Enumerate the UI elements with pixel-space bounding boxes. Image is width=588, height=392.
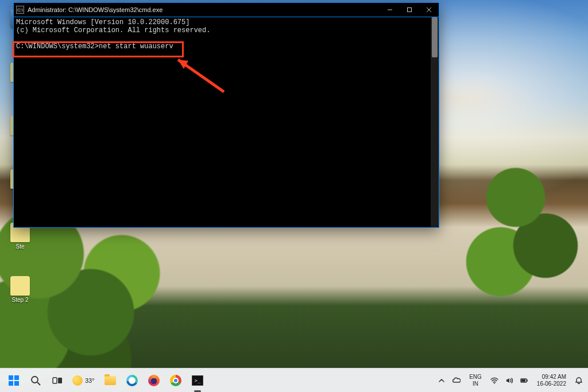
svg-line-11 xyxy=(37,382,40,385)
edge-button[interactable] xyxy=(123,371,141,390)
sun-icon xyxy=(72,375,83,386)
terminal-command: net start wuauserv xyxy=(99,42,173,51)
svg-point-14 xyxy=(494,383,495,384)
svg-rect-16 xyxy=(527,379,528,381)
search-button[interactable] xyxy=(26,371,45,390)
terminal-scrollbar[interactable] xyxy=(431,17,439,227)
language-indicator[interactable]: ENG IN xyxy=(467,372,484,389)
svg-point-10 xyxy=(32,377,38,383)
desktop-icon-step2[interactable]: Step 2 xyxy=(6,276,34,303)
wallpaper-foliage-right xyxy=(456,149,588,310)
clock-time: 09:42 AM xyxy=(537,374,566,381)
desktop: Recy Pe Rece Scie Ste Step 2 C:\ Adminis… xyxy=(0,0,588,392)
chrome-icon xyxy=(170,375,181,386)
terminal-line: Microsoft Windows [Version 10.0.22000.67… xyxy=(16,18,189,26)
svg-rect-9 xyxy=(14,381,19,386)
terminal-line: (c) Microsoft Corporation. All rights re… xyxy=(16,26,210,34)
minimize-button[interactable] xyxy=(380,3,400,17)
battery-icon[interactable] xyxy=(520,376,529,385)
task-view-button[interactable] xyxy=(48,371,67,390)
window-title: Administrator: C:\WINDOWS\system32\cmd.e… xyxy=(28,6,163,13)
svg-rect-17 xyxy=(521,379,525,382)
terminal-body[interactable]: Microsoft Windows [Version 10.0.22000.67… xyxy=(14,17,431,227)
scrollbar-thumb[interactable] xyxy=(432,17,438,57)
svg-rect-13 xyxy=(58,378,62,383)
svg-rect-1 xyxy=(408,8,412,12)
clock-date: 16-06-2022 xyxy=(537,381,566,387)
svg-rect-12 xyxy=(53,378,57,383)
lang-bottom: IN xyxy=(469,381,482,387)
svg-rect-8 xyxy=(9,381,13,386)
start-button[interactable] xyxy=(5,371,23,390)
cmd-icon: >_ xyxy=(192,375,203,386)
lang-top: ENG xyxy=(469,374,482,381)
taskbar: 33° >_ ENG IN 09:42 AM 16-06-2022 xyxy=(0,368,588,392)
chrome-button[interactable] xyxy=(167,371,185,390)
volume-icon[interactable] xyxy=(505,376,514,385)
notifications-icon[interactable] xyxy=(574,376,583,385)
titlebar[interactable]: C:\ Administrator: C:\WINDOWS\system32\c… xyxy=(14,3,439,17)
onedrive-icon[interactable] xyxy=(452,376,461,385)
desktop-icon-label: Ste xyxy=(16,243,24,250)
maximize-button[interactable] xyxy=(400,3,419,17)
weather-widget[interactable]: 33° xyxy=(70,371,98,390)
svg-rect-7 xyxy=(14,375,19,380)
file-explorer-button[interactable] xyxy=(101,371,119,390)
terminal-prompt: C:\WINDOWS\system32> xyxy=(16,42,99,51)
cmd-window: C:\ Administrator: C:\WINDOWS\system32\c… xyxy=(13,2,439,228)
firefox-icon xyxy=(148,375,160,386)
folder-icon xyxy=(105,376,116,385)
firefox-button[interactable] xyxy=(145,371,163,390)
clock[interactable]: 09:42 AM 16-06-2022 xyxy=(535,372,568,389)
close-button[interactable] xyxy=(419,3,439,17)
edge-icon xyxy=(126,375,138,386)
cmd-taskbar-button[interactable]: >_ xyxy=(188,371,207,390)
cmd-title-icon: C:\ xyxy=(16,6,24,14)
desktop-icon-label: Step 2 xyxy=(12,297,29,303)
tray-chevron-icon[interactable] xyxy=(437,376,446,385)
svg-rect-6 xyxy=(9,375,13,380)
weather-temp: 33° xyxy=(85,377,95,384)
wifi-icon[interactable] xyxy=(490,376,499,385)
